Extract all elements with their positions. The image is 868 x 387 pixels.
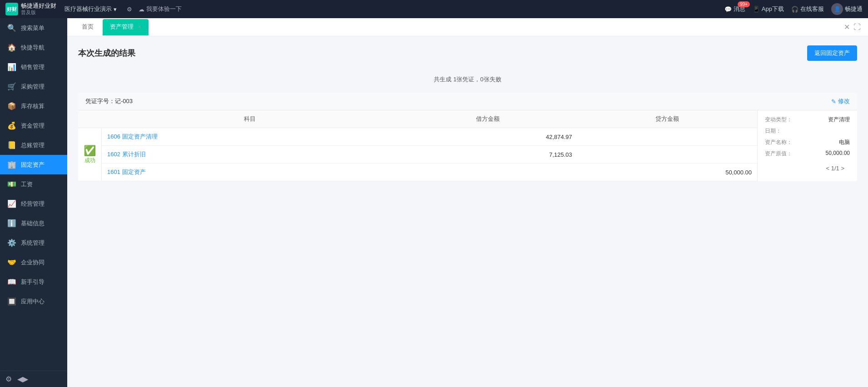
sidebar-item-fixed-assets[interactable]: 🏢 固定资产 xyxy=(0,155,67,174)
purchase-icon: 🛒 xyxy=(7,82,16,91)
logo-area[interactable]: 好财 畅捷通好业财 普及版 xyxy=(5,2,56,16)
home-icon: 🏠 xyxy=(7,43,16,52)
sidebar-label-operations: 经营管理 xyxy=(21,200,45,208)
message-icon: 💬 xyxy=(724,6,732,13)
ledger-icon: 📒 xyxy=(7,141,16,149)
collapse-icon[interactable]: ◀▶ xyxy=(17,375,28,383)
sidebar-item-search-menu[interactable]: 🔍 搜索菜单 xyxy=(0,18,67,38)
sidebar-item-basic-info[interactable]: ℹ️ 基础信息 xyxy=(0,213,67,233)
subject-col-header: 科目 xyxy=(102,110,398,128)
cloud-icon: ☁ xyxy=(139,6,144,13)
sidebar-label-sales: 销售管理 xyxy=(21,63,45,71)
top-header: 好财 畅捷通好业财 普及版 医疗器械行业演示 ▾ ⚙ ☁ 我要体验一下 💬 消息… xyxy=(0,0,868,18)
company-selector[interactable]: 医疗器械行业演示 ▾ xyxy=(61,5,120,13)
debit-cell-2: 7,125.03 xyxy=(398,146,577,164)
original-value-label: 资产原值： xyxy=(765,150,792,158)
original-value-value: 50,000.00 xyxy=(826,150,850,158)
sidebar: 🔍 搜索菜单 🏠 快捷导航 📊 销售管理 🛒 采购管理 📦 库存核算 💰 资金管… xyxy=(0,18,67,387)
messages-action[interactable]: 💬 消息 99+ xyxy=(724,5,745,13)
voucher-table-area: 科目 借方金额 贷方金额 ✅ 成功 xyxy=(78,110,757,181)
sidebar-label-capital: 资金管理 xyxy=(21,122,45,130)
capital-icon: 💰 xyxy=(7,121,16,130)
fixed-assets-icon: 🏢 xyxy=(7,160,16,169)
operations-icon: 📈 xyxy=(7,199,16,208)
sidebar-label-ledger: 总账管理 xyxy=(21,141,45,149)
table-row: 1602 累计折旧 7,125.03 xyxy=(78,146,757,164)
sidebar-item-capital[interactable]: 💰 资金管理 xyxy=(0,116,67,135)
sidebar-label-search: 搜索菜单 xyxy=(21,24,45,32)
sidebar-item-guide[interactable]: 📖 新手引导 xyxy=(0,272,67,292)
sidebar-item-ledger[interactable]: 📒 总账管理 xyxy=(0,135,67,155)
chevron-down-icon: ▾ xyxy=(114,6,117,13)
sidebar-label-quicknav: 快捷导航 xyxy=(21,44,45,52)
voucher-table: 科目 借方金额 贷方金额 ✅ 成功 xyxy=(78,110,757,181)
edit-icon: ✎ xyxy=(831,98,836,105)
online-service-action[interactable]: 🎧 在线客服 xyxy=(791,5,824,13)
logo-text-block: 畅捷通好业财 普及版 xyxy=(21,2,56,16)
date-row: 日期： xyxy=(765,127,850,135)
return-button[interactable]: 返回固定资产 xyxy=(807,45,857,61)
voucher-side-panel: 变动类型： 资产清理 日期： 资产名称： 电脑 资产原值： xyxy=(757,110,857,181)
sidebar-item-operations[interactable]: 📈 经营管理 xyxy=(0,194,67,213)
app-name: 畅捷通好业财 xyxy=(21,2,56,10)
sidebar-item-system[interactable]: ⚙️ 系统管理 xyxy=(0,233,67,253)
debit-cell-3 xyxy=(398,164,577,181)
inventory-icon: 📦 xyxy=(7,102,16,110)
system-icon: ⚙️ xyxy=(7,238,16,247)
sidebar-item-sales[interactable]: 📊 销售管理 xyxy=(0,57,67,77)
sidebar-item-inventory[interactable]: 📦 库存核算 xyxy=(0,96,67,116)
header-left: 好财 畅捷通好业财 普及版 医疗器械行业演示 ▾ ⚙ ☁ 我要体验一下 xyxy=(5,2,182,16)
sidebar-label-system: 系统管理 xyxy=(21,239,45,247)
content-area: 首页 资产管理 × ✕ ⛶ 本次生成的结果 返回固定资产 共生成 1张凭证，0张… xyxy=(67,18,868,387)
page-title-row: 本次生成的结果 返回固定资产 xyxy=(78,45,857,61)
sidebar-label-basic-info: 基础信息 xyxy=(21,219,45,228)
user-action[interactable]: 👤 畅捷通 xyxy=(831,3,863,15)
sidebar-label-guide: 新手引导 xyxy=(21,278,45,286)
success-checkmark-icon: ✅ xyxy=(84,145,96,157)
gear-settings-icon[interactable]: ⚙ xyxy=(5,375,12,383)
page-title: 本次生成的结果 xyxy=(78,48,135,59)
sidebar-label-app-center: 应用中心 xyxy=(21,298,45,306)
sidebar-label-enterprise: 企业协同 xyxy=(21,258,45,267)
sidebar-item-purchase[interactable]: 🛒 采购管理 xyxy=(0,77,67,96)
settings-icon[interactable]: ⚙ xyxy=(125,4,134,15)
credit-cell-3: 50,000.00 xyxy=(578,164,757,181)
original-value-row: 资产原值： 50,000.00 xyxy=(765,150,850,158)
debit-col-header: 借方金额 xyxy=(398,110,577,128)
voucher-header: 凭证字号：记-003 ✎ 修改 xyxy=(78,93,857,110)
asset-name-row: 资产名称： 电脑 xyxy=(765,139,850,146)
app-download-action[interactable]: 📱 App下载 xyxy=(753,5,784,13)
table-row: 1601 固定资产 50,000.00 xyxy=(78,164,757,181)
company-name: 医疗器械行业演示 xyxy=(64,5,112,13)
panel-expand-icon[interactable]: ⛶ xyxy=(853,23,861,31)
app-center-icon: 🔲 xyxy=(7,297,16,306)
change-type-row: 变动类型： 资产清理 xyxy=(765,116,850,124)
sidebar-item-app-center[interactable]: 🔲 应用中心 xyxy=(0,292,67,311)
tab-home[interactable]: 首页 xyxy=(74,19,101,35)
sidebar-item-payroll[interactable]: 💵 工资 xyxy=(0,174,67,194)
sidebar-label-payroll: 工资 xyxy=(21,180,33,189)
tab-bar: 首页 资产管理 × ✕ ⛶ xyxy=(67,18,868,36)
page-content: 本次生成的结果 返回固定资产 共生成 1张凭证，0张失败 凭证字号：记-003 … xyxy=(67,36,868,387)
sidebar-label-purchase: 采购管理 xyxy=(21,83,45,91)
experience-button[interactable]: ☁ 我要体验一下 xyxy=(139,5,182,13)
main-layout: 🔍 搜索菜单 🏠 快捷导航 📊 销售管理 🛒 采购管理 📦 库存核算 💰 资金管… xyxy=(0,18,868,387)
sidebar-label-fixed-assets: 固定资产 xyxy=(21,161,45,169)
tab-close-icon[interactable]: × xyxy=(138,24,141,30)
sidebar-item-enterprise[interactable]: 🤝 企业协同 xyxy=(0,253,67,272)
tab-asset-management[interactable]: 资产管理 × xyxy=(103,19,149,35)
edit-button[interactable]: ✎ 修改 xyxy=(831,97,850,105)
subject-cell-3: 1601 固定资产 xyxy=(102,164,398,181)
debit-cell-1: 42,874.97 xyxy=(398,128,577,146)
header-right: 💬 消息 99+ 📱 App下载 🎧 在线客服 👤 畅捷通 xyxy=(724,3,863,15)
summary-row: 共生成 1张凭证，0张失败 xyxy=(78,70,857,89)
logo-icon: 好财 xyxy=(5,3,18,15)
sidebar-item-quick-nav[interactable]: 🏠 快捷导航 xyxy=(0,38,67,57)
pagination[interactable]: < 1/1 > xyxy=(765,161,850,175)
info-icon: ℹ️ xyxy=(7,219,16,228)
panel-close-icon[interactable]: ✕ xyxy=(844,23,850,31)
service-icon: 🎧 xyxy=(791,6,799,13)
enterprise-icon: 🤝 xyxy=(7,258,16,267)
search-icon: 🔍 xyxy=(7,24,16,32)
change-type-label: 变动类型： xyxy=(765,116,792,124)
